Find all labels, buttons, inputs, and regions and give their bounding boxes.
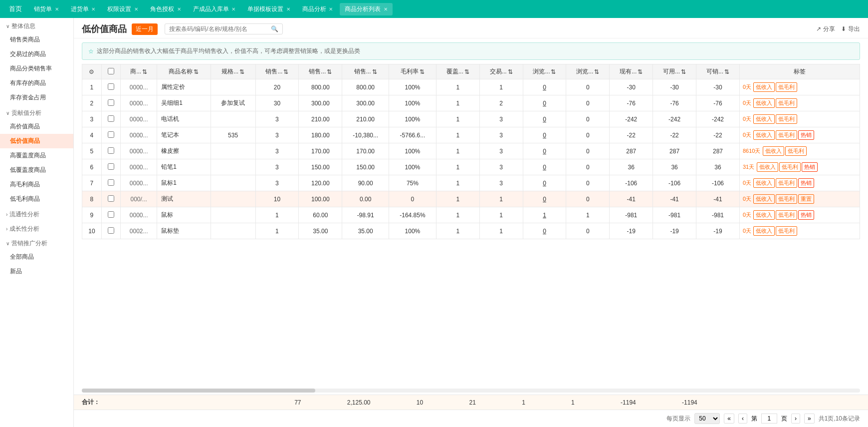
nav-home[interactable]: 首页 [4,2,27,15]
row-checkbox[interactable] [108,195,114,202]
days-badge: 0天 [743,116,751,122]
page-size-select[interactable]: 50 20 100 [694,413,720,424]
col-spec[interactable]: 规格... ⇅ [211,64,255,79]
col-sales-amount[interactable]: 销售... ⇅ [299,64,342,79]
sidebar-item-all-products[interactable]: 全部商品 [0,250,73,264]
row-name[interactable]: 铅笔1 [157,159,211,175]
row-tags: 0天 低收入低毛利热销 [739,127,860,143]
row-name[interactable]: 鼠标 [157,207,211,223]
col-sales-cost[interactable]: 销售... ⇅ [342,64,389,79]
col-coverage[interactable]: 覆盖... ⇅ [436,64,479,79]
row-checkbox[interactable] [108,115,114,122]
sidebar-item-high-coverage[interactable]: 高覆盖度商品 [0,148,73,163]
col-name[interactable]: 商品名称 ⇅ [157,64,211,79]
col-gross-rate[interactable]: 毛利率 ⇅ [389,64,436,79]
col-trade[interactable]: 交易... ⇅ [479,64,523,79]
view1-link[interactable]: 0 [543,100,546,107]
sidebar-item-low-margin[interactable]: 低毛利商品 [0,192,73,206]
nav-permissions[interactable]: 权限设置 ✕ [102,3,143,15]
row-name[interactable]: 吴细细1 [157,95,211,111]
view1-link[interactable]: 0 [543,116,546,123]
col-settings[interactable]: ⚙ [82,64,102,79]
row-sales-qty: 3 [255,175,299,191]
row-name[interactable]: 鼠标1 [157,175,211,191]
table-horizontal-scrollbar[interactable] [82,389,860,393]
col-sellable[interactable]: 可销... ⇅ [696,64,740,79]
row-coverage: 1 [436,191,479,207]
view1-link[interactable]: 0 [543,148,546,155]
first-page-button[interactable]: « [724,414,734,424]
sidebar-group-growth[interactable]: › 成长性分析 [0,221,73,235]
row-sales-cost: -98.91 [342,207,389,223]
scrollbar-thumb[interactable] [82,389,315,393]
view1-link[interactable]: 0 [543,164,546,171]
nav-product-inbound[interactable]: 产成品入库单 ✕ [188,3,241,15]
row-name[interactable]: 电话机 [157,111,211,127]
current-page-input[interactable] [761,414,777,424]
sidebar-item-sales-products[interactable]: 销售类商品 [0,32,73,47]
select-all-checkbox[interactable] [108,68,114,74]
search-input[interactable] [169,25,269,32]
view1-link[interactable]: 0 [543,132,546,139]
sidebar-group-marketing[interactable]: ∨ 营销推广分析 [0,235,73,250]
days-badge: 8610天 [743,148,760,154]
view1-link[interactable]: 0 [543,228,546,235]
row-name[interactable]: 测试 [157,191,211,207]
row-checkbox[interactable] [108,147,114,154]
search-icon[interactable]: 🔍 [271,25,278,32]
filter-recent-month-button[interactable]: 近一月 [132,23,158,35]
row-checkbox[interactable] [108,211,114,218]
row-checkbox[interactable] [108,83,114,90]
sidebar-item-low-value[interactable]: 低价值商品 [0,134,73,148]
col-view1[interactable]: 浏览... ⇅ [523,64,566,79]
row-checkbox[interactable] [108,179,114,186]
nav-product-analysis[interactable]: 商品分析 ✕ [297,3,338,15]
row-view2: 0 [566,223,610,239]
row-checkbox[interactable] [108,163,114,170]
nav-role-auth[interactable]: 角色授权 ✕ [145,3,186,15]
row-gross-rate: 100% [389,95,436,111]
nav-product-analysis-list[interactable]: 商品分析列表 ✕ [340,3,393,15]
sidebar-item-high-margin[interactable]: 高毛利商品 [0,177,73,192]
sidebar-group-overall[interactable]: ∨ 整体信息 [0,18,73,32]
sidebar-item-category-sales-rate[interactable]: 商品分类销售率 [0,61,73,76]
nav-template-settings[interactable]: 单据模板设置 ✕ [242,3,295,15]
row-name[interactable]: 笔记本 [157,127,211,143]
share-button[interactable]: ↗ 分享 [816,25,835,33]
sidebar-item-traded-products[interactable]: 交易过的商品 [0,47,73,61]
gear-icon[interactable]: ⚙ [89,68,94,75]
row-spec [211,207,255,223]
view1-link[interactable]: 1 [543,212,546,219]
row-checkbox[interactable] [108,131,114,138]
view1-link[interactable]: 0 [543,84,546,91]
view1-link[interactable]: 0 [543,180,546,187]
row-name[interactable]: 属性定价 [157,79,211,95]
col-sales-qty[interactable]: 销售... ⇅ [255,64,299,79]
view1-link[interactable]: 0 [543,196,546,203]
row-name[interactable]: 橡皮擦 [157,143,211,159]
tag-low-income: 低收入 [753,194,775,204]
row-checkbox[interactable] [108,99,114,106]
row-gross-rate: -164.85% [389,207,436,223]
col-code[interactable]: 商... ⇅ [121,64,157,79]
prev-page-button[interactable]: ‹ [738,414,747,424]
row-checkbox[interactable] [108,227,114,234]
sidebar-item-high-value[interactable]: 高价值商品 [0,119,73,134]
nav-sales-order[interactable]: 销货单 ✕ [29,3,64,15]
row-name[interactable]: 鼠标垫 [157,223,211,239]
row-available: -106 [653,175,696,191]
last-page-button[interactable]: » [804,414,815,424]
col-available[interactable]: 可用... ⇅ [653,64,696,79]
sidebar-item-new-products[interactable]: 新品 [0,264,73,279]
sidebar-group-contribution[interactable]: ∨ 贡献值分析 [0,105,73,119]
col-current-stock[interactable]: 现有... ⇅ [610,64,653,79]
sidebar-item-low-coverage[interactable]: 低覆盖度商品 [0,163,73,177]
next-page-button[interactable]: › [791,414,800,424]
sidebar-group-circulation[interactable]: › 流通性分析 [0,206,73,221]
sidebar-item-inventory-capital[interactable]: 库存资金占用 [0,90,73,105]
export-button[interactable]: ⬇ 导出 [841,25,860,33]
nav-purchase-order[interactable]: 进货单 ✕ [66,3,101,15]
sidebar-item-stocked-products[interactable]: 有库存的商品 [0,76,73,90]
col-view2[interactable]: 浏览... ⇅ [566,64,610,79]
row-view2: 0 [566,143,610,159]
